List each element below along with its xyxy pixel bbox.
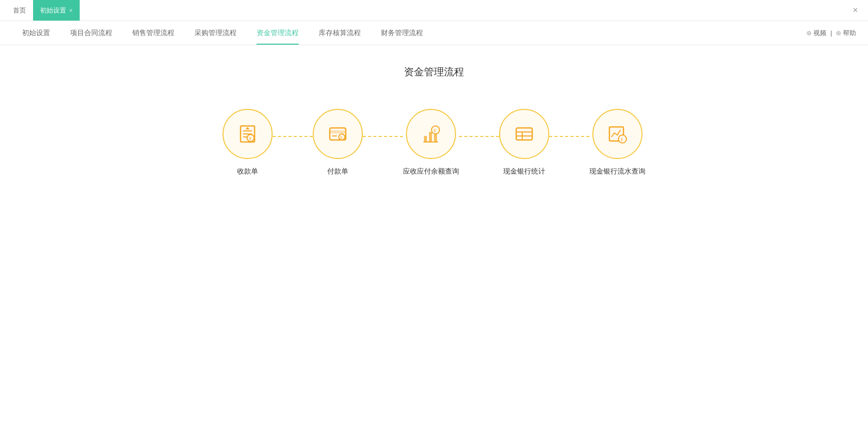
- dots-2: [363, 136, 403, 137]
- top-bar: 首页 初始设置 × ×: [0, 0, 868, 21]
- flow-item-cash-bank-flow[interactable]: ¥ 现金银行流水查询: [589, 109, 645, 176]
- main-content: 资金管理流程 ¥ 收款单: [0, 45, 868, 444]
- active-tab[interactable]: 初始设置 ×: [33, 0, 80, 21]
- nav-separator: |: [830, 29, 832, 37]
- flow-item-payment[interactable]: ¥ 付款单: [313, 109, 363, 176]
- top-right-actions: ×: [848, 5, 862, 16]
- balance-label: 应收应付余额查询: [403, 167, 459, 176]
- cash-flow-icon-circle: ¥: [592, 109, 642, 159]
- flow-item-cash-bank-stats[interactable]: 现金银行统计: [499, 109, 549, 176]
- dots-3: [459, 136, 499, 137]
- nav-right-actions: ⊙ 视频 | ⊙ 帮助: [806, 29, 856, 38]
- active-tab-label: 初始设置: [40, 6, 66, 15]
- cash-bank-stats-label: 现金银行统计: [503, 167, 545, 176]
- svg-rect-17: [516, 128, 532, 140]
- connector-4: [549, 136, 589, 149]
- svg-rect-11: [424, 136, 427, 142]
- svg-text:¥: ¥: [249, 136, 252, 141]
- nav-item-init-setup[interactable]: 初始设置: [12, 21, 60, 45]
- cash-flow-icon: ¥: [605, 122, 629, 146]
- page-title: 资金管理流程: [10, 65, 858, 79]
- flow-item-receipt[interactable]: ¥ 收款单: [223, 109, 273, 176]
- balance-icon: ¥: [419, 122, 443, 146]
- cash-flow-label: 现金银行流水查询: [589, 167, 645, 176]
- nav-item-inventory[interactable]: 库存核算流程: [309, 21, 371, 45]
- svg-rect-12: [429, 132, 432, 142]
- connector-3: [459, 136, 499, 149]
- dots-4: [549, 136, 589, 137]
- video-link[interactable]: ⊙ 视频: [806, 29, 826, 38]
- nav-item-fund-mgmt[interactable]: 资金管理流程: [247, 21, 309, 45]
- payment-icon: ¥: [326, 122, 350, 146]
- dots-1: [273, 136, 313, 137]
- connector-1: [273, 136, 313, 149]
- flow-item-balance-query[interactable]: ¥ 应收应付余额查询: [403, 109, 459, 176]
- home-tab[interactable]: 首页: [6, 0, 33, 21]
- payment-icon-circle: ¥: [313, 109, 363, 159]
- nav-item-purchase-mgmt[interactable]: 采购管理流程: [184, 21, 247, 45]
- connector-2: [363, 136, 403, 149]
- svg-rect-7: [330, 130, 346, 133]
- nav-bar: 初始设置 项目合同流程 销售管理流程 采购管理流程 资金管理流程 库存核算流程 …: [0, 21, 868, 45]
- window-close-button[interactable]: ×: [848, 5, 862, 16]
- receipt-label: 收款单: [237, 167, 258, 176]
- nav-item-project-contract[interactable]: 项目合同流程: [60, 21, 122, 45]
- payment-label: 付款单: [327, 167, 348, 176]
- tab-close-icon[interactable]: ×: [69, 7, 73, 14]
- balance-icon-circle: ¥: [406, 109, 456, 159]
- nav-item-sales-mgmt[interactable]: 销售管理流程: [122, 21, 184, 45]
- receipt-icon: ¥: [236, 122, 260, 146]
- home-label: 首页: [13, 6, 26, 15]
- cash-bank-icon: [512, 122, 536, 146]
- svg-text:¥: ¥: [340, 135, 342, 140]
- cash-bank-icon-circle: [499, 109, 549, 159]
- receipt-icon-circle: ¥: [223, 109, 273, 159]
- svg-text:¥: ¥: [434, 128, 437, 133]
- svg-text:¥: ¥: [621, 137, 623, 142]
- help-link[interactable]: ⊙ 帮助: [836, 29, 856, 38]
- flow-container: ¥ 收款单 ¥ 付款单: [10, 109, 858, 176]
- nav-item-finance-mgmt[interactable]: 财务管理流程: [371, 21, 433, 45]
